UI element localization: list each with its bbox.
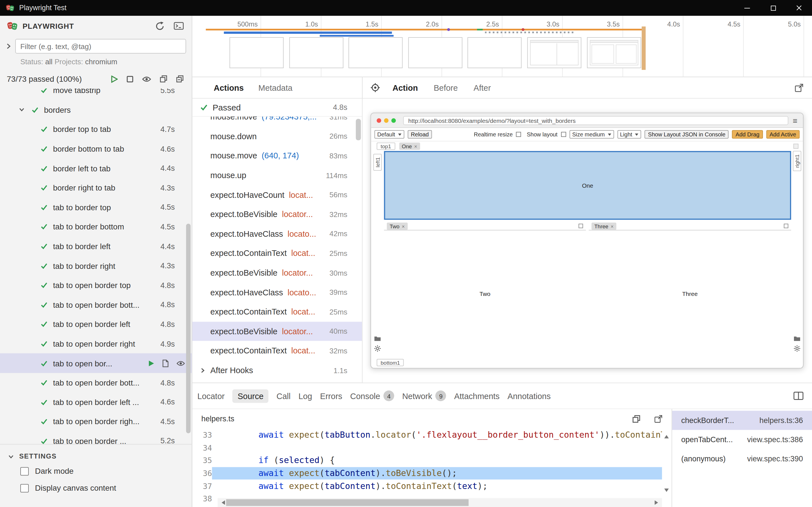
overflow-button[interactable]	[794, 144, 799, 149]
menu-icon[interactable]: ≡	[793, 116, 797, 124]
scrollbar[interactable]	[356, 119, 361, 140]
test-row[interactable]: borders	[0, 100, 192, 119]
filter-input[interactable]	[15, 39, 186, 54]
scroll-down-icon[interactable]	[664, 489, 669, 494]
screenshot-thumbnail[interactable]	[527, 37, 581, 68]
setting-dark-mode[interactable]: Dark mode	[0, 462, 192, 480]
open-external-icon[interactable]	[795, 83, 804, 92]
chevron-right-icon[interactable]	[6, 43, 11, 50]
action-row[interactable]: expect.toBeVisible locator... 40ms	[192, 322, 362, 341]
bottom-tab[interactable]: Log	[298, 389, 312, 403]
scrollbar[interactable]	[186, 224, 191, 434]
bottom-tab[interactable]: Call	[276, 389, 291, 403]
scroll-left-icon[interactable]	[219, 500, 225, 505]
border-tab-bottom1[interactable]: bottom1	[377, 359, 404, 366]
screenshot-thumbnail[interactable]	[349, 37, 403, 68]
actions-list[interactable]: mouse.move (79.5234375,... 31ms mouse.do…	[192, 117, 362, 383]
timeline[interactable]: 500ms1.0s1.5s2.0s2.5s3.0s3.5s4.0s4.5s5.0…	[192, 16, 812, 77]
pick-locator-icon[interactable]	[371, 83, 380, 93]
chevron-down-icon[interactable]	[18, 107, 25, 113]
close-button[interactable]	[786, 0, 812, 16]
action-row[interactable]: expect.toContainText locat... 25ms	[192, 243, 362, 263]
source-file-icon[interactable]	[162, 359, 169, 367]
watch-all-icon[interactable]	[142, 75, 151, 82]
test-list[interactable]: move tabstrip 5.5s borders border top to…	[0, 89, 192, 444]
bottom-tab[interactable]: Console 4	[350, 388, 394, 404]
screenshot-thumbnail[interactable]	[230, 37, 284, 68]
test-row[interactable]: tab to open bor...	[0, 353, 192, 373]
action-row[interactable]: expect.toHaveCount locat... 56ms	[192, 185, 362, 205]
bottom-tab[interactable]: Errors	[320, 389, 342, 403]
code-editor[interactable]: 33 await expect(tabButton.locator('.flex…	[192, 429, 671, 507]
checkbox-icon[interactable]	[20, 484, 29, 492]
test-row[interactable]: border right to tab 4.3s	[0, 178, 192, 198]
splitter-vertical[interactable]	[586, 223, 589, 357]
url-bar[interactable]: http://localhost:8080/examples/demo/?lay…	[403, 116, 788, 125]
close-icon[interactable]: ×	[611, 223, 614, 229]
collapse-all-icon[interactable]	[176, 75, 184, 83]
action-row[interactable]: After Hooks 1.1s	[192, 360, 362, 380]
minimize-button[interactable]	[734, 0, 760, 16]
tab-before[interactable]: Before	[434, 83, 458, 92]
reload-button[interactable]: Reload	[408, 130, 432, 139]
folder-icon[interactable]	[794, 335, 801, 342]
scroll-right-icon[interactable]	[655, 500, 660, 505]
film-strip[interactable]	[230, 37, 641, 68]
test-row[interactable]: tab to border right 4.3s	[0, 256, 192, 275]
code-line[interactable]: 36 await expect(tabContent).toBeVisible(…	[192, 467, 671, 480]
stack-frame-row[interactable]: checkBorderT... helpers.ts:36	[672, 411, 812, 430]
action-row[interactable]: mouse.move (640, 174) 83ms	[192, 146, 362, 165]
border-tab-top1[interactable]: top1	[377, 143, 395, 150]
copy-icon[interactable]	[632, 414, 641, 423]
terminal-icon[interactable]	[174, 21, 184, 31]
test-row[interactable]: tab to open border left ... 4.6s	[0, 393, 192, 412]
test-row[interactable]: tab to open border bott... 4.8s	[0, 373, 192, 392]
vertical-scrollbar[interactable]	[662, 429, 671, 507]
action-row[interactable]: mouse.up 114ms	[192, 165, 362, 185]
test-row[interactable]: tab to open border top 4.8s	[0, 276, 192, 295]
test-row[interactable]: tab to open border bott... 4.8s	[0, 295, 192, 315]
test-row[interactable]: tab to border left 4.4s	[0, 236, 192, 256]
splitter-horizontal[interactable]	[384, 220, 791, 223]
reload-icon[interactable]	[155, 21, 165, 31]
add-active-button[interactable]: Add Active	[766, 130, 800, 139]
bottom-tab[interactable]: Annotations	[507, 389, 551, 403]
add-drag-button[interactable]: Add Drag	[732, 130, 763, 139]
action-row[interactable]: expect.toHaveClass locato... 39ms	[192, 282, 362, 302]
tab-three[interactable]: Three×	[592, 223, 616, 230]
theme-select[interactable]: Light	[617, 130, 641, 139]
action-row[interactable]: mouse.down 26ms	[192, 126, 362, 146]
maximize-button[interactable]	[760, 0, 786, 16]
tab-action[interactable]: Action	[393, 83, 418, 92]
folder-icon[interactable]	[374, 335, 381, 342]
test-row[interactable]: tab to open border righ... 4.5s	[0, 412, 192, 432]
screenshot-thumbnail[interactable]	[289, 37, 343, 68]
bottom-tab[interactable]: Source	[233, 389, 268, 403]
test-row[interactable]: tab to border bottom 4.5s	[0, 217, 192, 236]
tab-one[interactable]: One×	[399, 143, 420, 150]
projects-value[interactable]: chromium	[85, 57, 117, 66]
timeline-cell[interactable]: 5.0s	[744, 16, 804, 77]
code-line[interactable]: 35 if (selected) {	[192, 454, 671, 467]
action-row[interactable]: expect.toContainText locat... 25ms	[192, 302, 362, 321]
run-all-icon[interactable]	[111, 75, 118, 82]
scrollbar-thumb[interactable]	[226, 499, 469, 506]
bottom-tab[interactable]: Attachments	[454, 389, 500, 403]
close-icon[interactable]: ×	[402, 223, 405, 229]
tab-two[interactable]: Two×	[387, 223, 408, 230]
settings-header[interactable]: SETTINGS	[0, 444, 192, 462]
gear-icon[interactable]	[794, 345, 801, 352]
tab-after[interactable]: After	[473, 83, 491, 92]
screenshot-thumbnail[interactable]	[468, 37, 522, 68]
show-layout-json-button[interactable]: Show Layout JSON in Console	[645, 130, 729, 139]
chevron-right-icon[interactable]	[200, 367, 205, 374]
test-row[interactable]: tab to open border right 4.9s	[0, 334, 192, 353]
open-external-icon[interactable]	[654, 414, 662, 423]
stack-frame-row[interactable]: openTabCent... view.spec.ts:386	[672, 430, 812, 449]
screenshot-thumbnail[interactable]	[408, 37, 462, 68]
maximize-icon[interactable]	[578, 224, 583, 228]
checkbox-icon[interactable]	[20, 467, 29, 475]
action-row[interactable]: expect.toHaveClass locato... 42ms	[192, 224, 362, 243]
test-row[interactable]: border bottom to tab 4.6s	[0, 139, 192, 158]
gear-icon[interactable]	[374, 345, 381, 352]
